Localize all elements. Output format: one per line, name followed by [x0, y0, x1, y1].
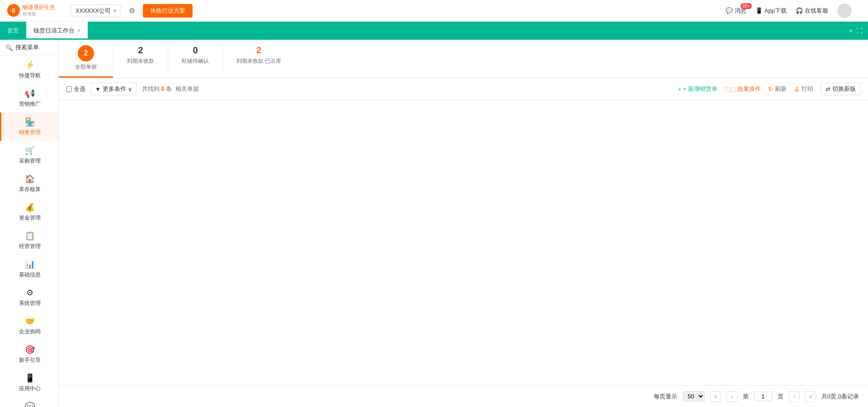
switch-new-version-button[interactable]: ⇄ 切换新版 [821, 83, 861, 95]
main-layout: 🔍 搜索菜单 ⚡ 快捷导航 📢 营销推广 🏪 销售管理 🛒 采购管理 🏠 库存核… [0, 40, 868, 407]
service-icon: 🎧 [796, 7, 803, 14]
found-text: 共找到 0 条 相关单据 [142, 85, 199, 93]
app-download-label: App下载 [764, 7, 787, 15]
online-service-label: 在线客服 [805, 7, 828, 15]
stats-tabs: 2 全部单据 2 到期未收款 0 旺辅待确认 2 到期未收款 已出库 [59, 40, 868, 78]
stat-pending-label: 旺辅待确认 [182, 57, 209, 65]
online-service-button[interactable]: 🎧 在线客服 [796, 7, 828, 15]
table-area [59, 100, 868, 385]
sidebar-item-sales[interactable]: 🏪 销售管理 [0, 112, 58, 141]
quick-nav-icon: ⚡ [25, 60, 35, 70]
print-icon: 🖨 [794, 86, 800, 93]
toolbar-left: 全选 ▼ 更多条件 ∨ 共找到 0 条 相关单据 [66, 83, 199, 95]
chevron-down-icon: ▾ [113, 8, 116, 14]
top-header: 6 畅捷通好生意 标准版 XXXXXX公司 ▾ ⚙ 体验行业方案 💬 消息 99… [0, 0, 868, 22]
sidebar: 🔍 搜索菜单 ⚡ 快捷导航 📢 营销推广 🏪 销售管理 🛒 采购管理 🏠 库存核… [0, 40, 59, 407]
refresh-button[interactable]: ↻ 刷新 [768, 85, 787, 93]
stat-overdue-number: 2 [138, 45, 143, 56]
sidebar-item-guide[interactable]: 🎯 新手引导 [0, 340, 58, 369]
inventory-icon: 🏠 [25, 174, 35, 184]
sidebar-item-app-center[interactable]: 📱 应用中心 [0, 369, 58, 397]
stat-tab-all[interactable]: 2 全部单据 [59, 40, 113, 78]
weixin-icon: 💬 [25, 402, 35, 407]
add-sales-button[interactable]: + + 新增销货单 [678, 85, 717, 93]
page-label: 第 [743, 393, 749, 401]
stat-tab-overdue[interactable]: 2 到期未收款 [113, 40, 168, 78]
prev-page-button[interactable]: ‹ [726, 391, 737, 402]
next-page-button[interactable]: › [789, 391, 800, 402]
filter-icon: ▼ [95, 86, 101, 93]
tab-active[interactable]: 钱货日清工作台 × [26, 22, 88, 40]
sales-icon: 🏪 [25, 117, 35, 127]
sidebar-item-system[interactable]: ⚙ 系统管理 [0, 283, 58, 312]
company-name: XXXXXX公司 [75, 7, 111, 15]
company-selector[interactable]: XXXXXX公司 ▾ [71, 5, 121, 17]
avatar[interactable] [837, 4, 852, 18]
logo-icon: 6 [7, 4, 20, 17]
page-size-select[interactable]: 50 [683, 391, 705, 402]
sidebar-item-cooperation[interactable]: 🤝 企业协同 [0, 312, 58, 340]
content-area: 2 全部单据 2 到期未收款 0 旺辅待确认 2 到期未收款 已出库 [59, 40, 868, 407]
trial-button[interactable]: 体验行业方案 [143, 4, 193, 18]
toolbar: 全选 ▼ 更多条件 ∨ 共找到 0 条 相关单据 + + 新增销货单 [59, 78, 868, 100]
stat-tab-pending[interactable]: 0 旺辅待确认 [168, 40, 222, 78]
tab-minimize-icon[interactable]: × [849, 27, 853, 34]
tab-home[interactable]: 首页 [0, 22, 26, 40]
app-center-icon: 📱 [25, 373, 35, 383]
sidebar-item-quick-nav[interactable]: ⚡ 快捷导航 [0, 56, 58, 84]
stat-tab-out-of-stock[interactable]: 2 到期未收款 已出库 [223, 40, 295, 78]
cooperation-icon: 🤝 [25, 316, 35, 326]
select-all-checkbox[interactable]: 全选 [66, 85, 85, 93]
operation-icon: 📋 [25, 231, 35, 241]
stat-overdue-label: 到期未收款 [127, 57, 154, 65]
logo-text-block: 畅捷通好生意 标准版 [23, 4, 55, 17]
tab-bar: 首页 钱货日清工作台 × × ⛶ [0, 22, 868, 40]
sidebar-item-base-info[interactable]: 📊 基础信息 [0, 255, 58, 283]
more-filters-button[interactable]: ▼ 更多条件 ∨ [91, 83, 137, 95]
sidebar-item-marketing[interactable]: 📢 营销推广 [0, 84, 58, 112]
message-icon: 💬 [726, 7, 733, 14]
pagination-bar: 每页显示 50 « ‹ 第 页 › » 共0页,0条记录 [59, 385, 868, 407]
chevron-icon: ∨ [128, 86, 132, 93]
batch-icon: ⬚⬚ [725, 86, 736, 93]
page-input[interactable] [754, 392, 772, 401]
sidebar-item-operation[interactable]: 📋 经营管理 [0, 226, 58, 255]
purchase-icon: 🛒 [25, 145, 35, 155]
batch-ops-button[interactable]: ⬚⬚ 批量操作 [725, 85, 761, 93]
first-page-button[interactable]: « [710, 391, 721, 402]
page-suffix: 页 [778, 393, 783, 401]
switch-icon: ⇄ [826, 86, 830, 93]
sidebar-item-inventory[interactable]: 🏠 库存核算 [0, 169, 58, 198]
guide-icon: 🎯 [25, 345, 35, 355]
stat-pending-number: 0 [193, 45, 198, 56]
stat-outofstock-label: 到期未收款 已出库 [236, 57, 281, 65]
settings-icon[interactable]: ⚙ [125, 4, 139, 18]
total-records: 共0页,0条记录 [821, 393, 859, 401]
logo-area: 6 畅捷通好生意 标准版 [7, 4, 66, 17]
finance-icon: 💰 [25, 202, 35, 212]
sidebar-item-purchase[interactable]: 🛒 采购管理 [0, 141, 58, 169]
marketing-icon: 📢 [25, 89, 35, 98]
last-page-button[interactable]: » [805, 391, 816, 402]
tab-maximize-icon[interactable]: ⛶ [856, 27, 863, 34]
sidebar-item-finance[interactable]: 💰 资金管理 [0, 198, 58, 226]
refresh-icon: ↻ [768, 86, 773, 93]
stat-all-label: 全部单据 [75, 63, 97, 71]
page-size-label: 每页显示 [654, 393, 677, 401]
logo-name: 畅捷通好生意 [23, 4, 55, 10]
toolbar-right: + + 新增销货单 ⬚⬚ 批量操作 ↻ 刷新 🖨 打印 ⇄ 切换新版 [678, 83, 861, 95]
select-all-input[interactable] [66, 86, 72, 92]
sidebar-search[interactable]: 🔍 搜索菜单 [0, 40, 58, 56]
app-download-button[interactable]: 📱 App下载 [755, 7, 787, 15]
system-icon: ⚙ [26, 288, 33, 298]
messages-button[interactable]: 💬 消息 99+ [726, 7, 746, 15]
sidebar-item-weixin[interactable]: 💬 企业微信 [0, 397, 58, 407]
stat-all-number: 2 [78, 45, 94, 61]
print-button[interactable]: 🖨 打印 [794, 85, 813, 93]
header-right: 💬 消息 99+ 📱 App下载 🎧 在线客服 [726, 4, 861, 18]
stat-outofstock-number: 2 [256, 45, 261, 56]
search-icon: 🔍 [5, 44, 13, 51]
add-icon: + [678, 86, 681, 93]
logo-sub: 标准版 [23, 11, 55, 17]
tab-close-icon[interactable]: × [77, 28, 80, 34]
